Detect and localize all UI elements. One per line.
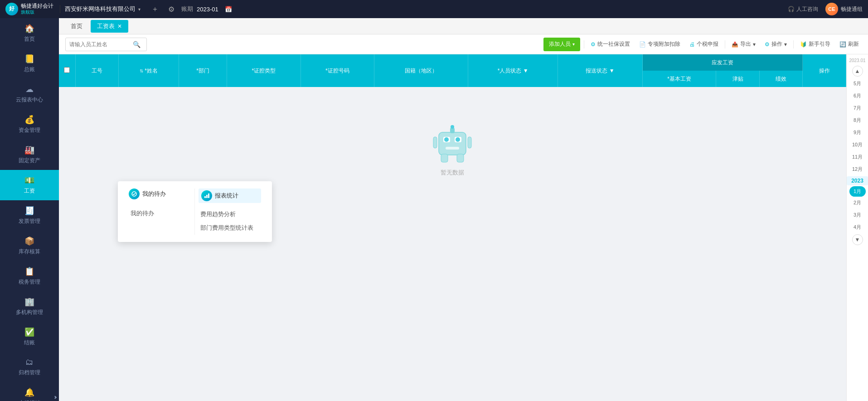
tax-declaration-btn[interactable]: 🖨 个税申报 (687, 40, 721, 48)
month-item-10[interactable]: 10月 (847, 139, 868, 151)
month-item-6[interactable]: 6月 (847, 90, 868, 102)
fixed-assets-icon: 🏭 (24, 145, 34, 155)
sidebar-label-archive: 归档管理 (19, 369, 40, 377)
new-guide-btn[interactable]: 🔰 新手引导 (797, 40, 833, 48)
tax-icon-small: 🖨 (689, 41, 695, 48)
month-nav-down[interactable]: ▼ (852, 234, 863, 245)
sidebar-item-settlement[interactable]: ✅ 结账 (0, 322, 59, 352)
month-item-11[interactable]: 11月 (847, 151, 868, 163)
svg-rect-11 (457, 154, 464, 162)
multi-org-icon: 🏢 (24, 297, 34, 307)
month-item-2[interactable]: 2月 (847, 197, 868, 209)
settings-icon-btn[interactable]: ⚙ (165, 3, 178, 15)
month-item-3[interactable]: 3月 (847, 209, 868, 221)
filter-icon-person[interactable]: ▼ (523, 68, 529, 74)
sidebar-item-invoice[interactable]: 🧾 发票管理 (0, 200, 59, 231)
payroll-icon: 💵 (24, 175, 34, 185)
tab-close-icon[interactable]: ✕ (117, 23, 122, 29)
sidebar-item-ledger[interactable]: 📒 总账 (0, 48, 59, 79)
sidebar-item-archive[interactable]: 🗂 归档管理 (0, 352, 59, 382)
operation-label: 操作 (771, 40, 782, 48)
toolbar-divider-2 (725, 40, 725, 48)
sidebar-item-payroll[interactable]: 💵 工资 (0, 170, 59, 200)
company-selector[interactable]: 西安虾米网络科技有限公司 ▾ (60, 5, 145, 13)
col-checkbox[interactable] (59, 54, 75, 87)
empty-icon (430, 123, 475, 164)
refresh-btn[interactable]: 🔄 刷新 (837, 40, 862, 48)
col-performance: 绩效 (759, 71, 803, 87)
month-item-8[interactable]: 8月 (847, 114, 868, 126)
period-value[interactable]: 2023-01 (197, 6, 218, 13)
sidebar-label-cloud-report: 云报表中心 (16, 96, 43, 104)
period-label: 账期 (181, 5, 193, 13)
month-item-1[interactable]: 1月 (849, 186, 866, 197)
logo-sub: 旗舰版 (21, 9, 53, 15)
col-allowance: 津贴 (716, 71, 760, 87)
sidebar-item-inventory[interactable]: 📦 库存核算 (0, 231, 59, 261)
calendar-icon[interactable]: 📅 (222, 3, 235, 15)
select-all-checkbox[interactable] (64, 67, 70, 73)
user-info[interactable]: CE 畅捷通组 (825, 3, 863, 15)
popup-col1-title-text: 我的待办 (142, 190, 166, 198)
search-icon[interactable]: 🔍 (133, 41, 141, 48)
search-input[interactable] (69, 41, 133, 48)
tab-home[interactable]: 首页 (64, 20, 89, 33)
export-btn[interactable]: 📤 导出 ▾ (729, 40, 758, 48)
month-item-7[interactable]: 7月 (847, 102, 868, 114)
refresh-label: 刷新 (848, 40, 859, 48)
sidebar-item-fund[interactable]: 💰 资金管理 (0, 109, 59, 140)
dropdown-arrow-icon: ▾ (572, 42, 575, 47)
month-item-4[interactable]: 4月 (847, 221, 868, 233)
tab-payroll-table[interactable]: 工资表 ✕ (91, 20, 128, 33)
popup-item-dept-cost[interactable]: 部门费用类型统计表 (199, 221, 261, 235)
header-actions: ＋ ⚙ 账期 2023-01 📅 (149, 3, 235, 15)
search-box: 🔍 (65, 38, 147, 51)
social-insurance-btn[interactable]: ⚙ 统一社保设置 (588, 40, 633, 48)
customer-service-btn[interactable]: 🎧 人工咨询 (788, 5, 818, 13)
sidebar-label-multi-org: 多机构管理 (16, 309, 43, 316)
sidebar-item-xiaochang[interactable]: 🔔 小畅报销 (0, 382, 59, 401)
popup-col2-icon (201, 190, 212, 201)
svg-rect-14 (206, 195, 208, 198)
col-job-number: 工号 (75, 54, 119, 87)
toolbar-right: 添加人员 ▾ ⚙ 统一社保设置 📄 专项附加扣除 🖨 个税申报 (543, 38, 862, 51)
operation-btn[interactable]: ⚙ 操作 ▾ (762, 40, 790, 48)
svg-rect-8 (433, 137, 437, 148)
empty-text: 暂无数据 (441, 169, 464, 177)
special-deduct-btn[interactable]: 📄 专项附加扣除 (636, 40, 683, 48)
month-sidebar: 2023.01 ▲ 5月 6月 7月 8月 9月 10月 11月 12月 202… (846, 54, 868, 401)
add-person-button[interactable]: 添加人员 ▾ (543, 38, 580, 51)
month-nav-up[interactable]: ▲ (852, 66, 863, 77)
refresh-icon: 🔄 (839, 41, 846, 48)
sidebar-item-fixed-assets[interactable]: 🏭 固定资产 (0, 140, 59, 170)
popup-item-my-tasks[interactable]: 我的待办 (129, 207, 191, 220)
sidebar-item-home[interactable]: 🏠 首页 (0, 18, 59, 48)
invoice-icon: 🧾 (24, 206, 34, 216)
export-dropdown-icon: ▾ (753, 41, 756, 48)
sidebar-item-multi-org[interactable]: 🏢 多机构管理 (0, 291, 59, 322)
inventory-icon: 📦 (24, 236, 34, 246)
month-item-9[interactable]: 9月 (847, 126, 868, 139)
special-deduct-label: 专项附加扣除 (648, 40, 680, 48)
export-label: 导出 (740, 40, 751, 48)
sidebar-label-tax: 税务管理 (19, 278, 40, 286)
main-layout: 🏠 首页 📒 总账 ☁ 云报表中心 💰 资金管理 🏭 固定资产 💵 工资 🧾 发… (0, 18, 868, 401)
popup-col1-title: 我的待办 (129, 188, 191, 202)
filter-icon-report[interactable]: ▼ (609, 68, 615, 74)
social-insurance-label: 统一社保设置 (597, 40, 630, 48)
company-name: 西安虾米网络科技有限公司 (65, 5, 136, 13)
content-area: 首页 工资表 ✕ 🔍 添加人员 ▾ ⚙ 统一社保设置 (59, 18, 868, 401)
month-item-5[interactable]: 5月 (847, 77, 868, 90)
top-header: 好 畅捷通好会计 旗舰版 西安虾米网络科技有限公司 ▾ ＋ ⚙ 账期 2023-… (0, 0, 868, 18)
sidebar-item-tax[interactable]: 📋 税务管理 (0, 261, 59, 291)
popup-col-2: 报表统计 费用趋势分析 部门费用类型统计表 (195, 188, 265, 235)
month-item-12[interactable]: 12月 (847, 163, 868, 175)
col-nationality: 国籍（地区） (374, 54, 468, 87)
add-icon-btn[interactable]: ＋ (149, 3, 161, 15)
popup-item-cost-trend[interactable]: 费用趋势分析 (199, 208, 261, 221)
xiaochang-icon: 🔔 (24, 387, 34, 397)
sidebar-label-ledger: 总账 (24, 66, 35, 73)
header-right: 🎧 人工咨询 CE 畅捷通组 (788, 3, 863, 15)
sidebar-item-cloud-report[interactable]: ☁ 云报表中心 (0, 79, 59, 109)
popup-col2-title-text: 报表统计 (215, 192, 238, 200)
